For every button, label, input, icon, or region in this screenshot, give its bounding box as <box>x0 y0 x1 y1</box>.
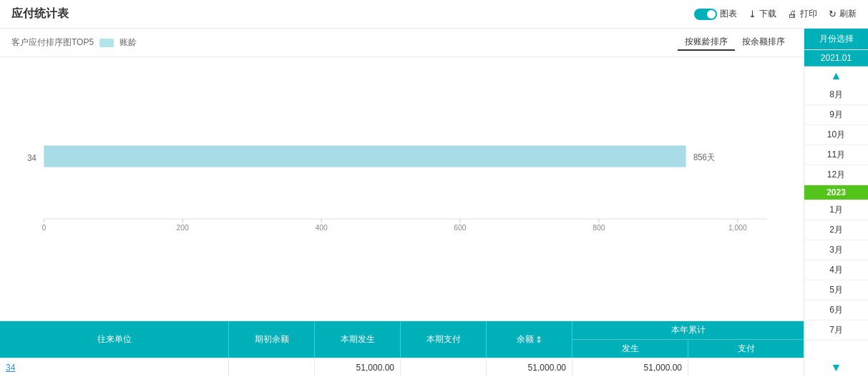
sort-by-age-button[interactable]: 按账龄排序 <box>678 34 735 51</box>
scroll-up-button[interactable]: ▲ <box>804 67 868 85</box>
table-row: 34 51,000.00 51,000.00 51,00 <box>0 358 804 377</box>
refresh-icon: ↻ <box>829 9 837 19</box>
table-header: 往来单位 期初余额 本期发生 本期支付 余额 ⇕ 本年累计 发生 支付 <box>0 321 804 358</box>
svg-text:1,000: 1,000 <box>728 223 747 232</box>
svg-text:600: 600 <box>454 223 466 232</box>
sidebar-month-2[interactable]: 2月 <box>804 220 868 240</box>
sidebar-year-label: 2023 <box>804 185 868 200</box>
legend-label: 客户应付排序图TOP5 <box>11 36 94 49</box>
sort-buttons: 按账龄排序 按余额排序 <box>678 34 792 51</box>
toggle-switch-icon[interactable] <box>694 9 717 20</box>
sidebar-month-11[interactable]: 11月 <box>804 145 868 165</box>
sidebar-month-4[interactable]: 4月 <box>804 260 868 280</box>
th-unit: 往来单位 <box>0 321 229 358</box>
chart-label: 图表 <box>720 8 737 20</box>
th-sub-row: 发生 支付 <box>572 340 804 358</box>
bar-chart: 34 856天 0 200 400 600 800 <box>14 64 789 258</box>
th-benfazhifu: 本期支付 <box>401 321 487 358</box>
sidebar-month-10[interactable]: 10月 <box>804 125 868 145</box>
th-nianfasheng: 发生 <box>572 340 688 358</box>
yue-sort-icon: ⇕ <box>535 335 542 345</box>
sidebar-month-7[interactable]: 7月 <box>804 320 868 341</box>
sidebar-month-1[interactable]: 1月 <box>804 200 868 220</box>
download-icon: ⤓ <box>748 9 756 19</box>
nianfasheng-value: 51,000.00 <box>644 363 682 373</box>
th-group-label: 本年累计 <box>572 321 804 340</box>
td-benfazhifu <box>401 358 487 377</box>
legend-color-label: 账龄 <box>120 36 137 49</box>
sidebar-month-12[interactable]: 12月 <box>804 165 868 185</box>
svg-rect-1 <box>44 145 686 167</box>
print-icon: 🖨 <box>788 9 797 19</box>
sidebar-month-9[interactable]: 9月 <box>804 105 868 125</box>
sidebar-month-3[interactable]: 3月 <box>804 240 868 260</box>
svg-text:400: 400 <box>315 223 327 232</box>
sidebar-header: 月份选择 <box>804 29 868 50</box>
th-bennianlei: 本年累计 发生 支付 <box>572 321 804 358</box>
chart-legend: 客户应付排序图TOP5 账龄 <box>11 36 137 49</box>
month-sidebar: 月份选择 2021.01 ▲ 8月 9月 10月 11月 12月 2023 1月… <box>804 29 868 377</box>
td-nianfasheng: 51,000.00 <box>572 358 688 377</box>
legend-color-box <box>99 39 114 47</box>
svg-text:34: 34 <box>27 153 36 162</box>
svg-text:200: 200 <box>177 223 189 232</box>
sidebar-month-5[interactable]: 5月 <box>804 280 868 300</box>
sidebar-month-8[interactable]: 8月 <box>804 85 868 105</box>
th-qichu: 期初余额 <box>229 321 315 358</box>
scroll-down-button[interactable]: ▼ <box>804 358 868 377</box>
td-benfasheng: 51,000.00 <box>315 358 401 377</box>
refresh-button[interactable]: ↻ 刷新 <box>829 8 857 20</box>
benfasheng-value: 51,000.00 <box>356 363 394 373</box>
td-unit: 34 <box>0 358 229 377</box>
download-button[interactable]: ⤓ 下载 <box>748 8 776 20</box>
data-table: 往来单位 期初余额 本期发生 本期支付 余额 ⇕ 本年累计 发生 支付 <box>0 320 804 377</box>
print-button[interactable]: 🖨 打印 <box>788 8 817 20</box>
td-yue: 51,000.00 <box>487 358 572 377</box>
sidebar-month-6[interactable]: 6月 <box>804 300 868 320</box>
svg-text:856天: 856天 <box>693 152 716 162</box>
th-nianzhifu: 支付 <box>688 340 804 358</box>
th-benfasheng: 本期发生 <box>315 321 401 358</box>
td-qichu <box>229 358 315 377</box>
chart-toggle[interactable]: 图表 <box>694 8 737 20</box>
sidebar-year-input[interactable]: 2021.01 <box>804 50 868 67</box>
page-title: 应付统计表 <box>11 6 69 21</box>
month-list: 8月 9月 10月 11月 12月 2023 1月 2月 3月 4月 5月 6月… <box>804 85 868 358</box>
yue-value: 51,000.00 <box>528 363 566 373</box>
unit-link[interactable]: 34 <box>6 363 15 373</box>
chart-container: 34 856天 0 200 400 600 800 <box>0 57 804 320</box>
refresh-label: 刷新 <box>839 8 857 20</box>
svg-text:0: 0 <box>42 223 46 232</box>
sort-by-balance-button[interactable]: 按余额排序 <box>735 34 792 51</box>
th-yue: 余额 ⇕ <box>487 321 572 358</box>
print-label: 打印 <box>800 8 817 20</box>
header-actions: 图表 ⤓ 下载 🖨 打印 ↻ 刷新 <box>694 8 857 20</box>
td-nianzhifu <box>688 358 804 377</box>
svg-text:800: 800 <box>593 223 605 232</box>
download-label: 下载 <box>759 8 776 20</box>
